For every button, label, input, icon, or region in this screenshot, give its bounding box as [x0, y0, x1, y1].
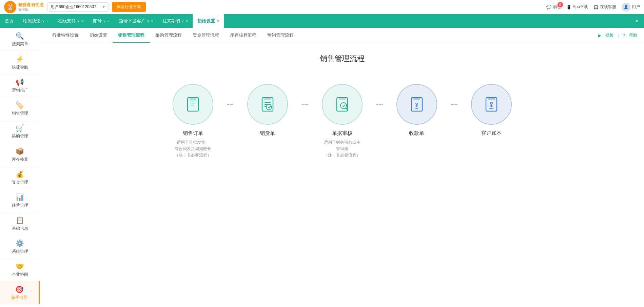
help-label[interactable]: 帮助 [629, 33, 637, 38]
sidebar-item-finance[interactable]: 💰 资金管理 [0, 166, 40, 189]
close-icon[interactable]: × [46, 19, 48, 23]
flow-label-receipt: 收款单 [409, 130, 424, 137]
flow-item-sales-order: 销售订单 适用于分批发货、有合同发货周期较长（注：非必要流程） [166, 84, 220, 159]
nav-tab-payment[interactable]: 在线支付 ∨ × [53, 14, 88, 28]
flow-item-receipt: ¥ 收款单 [390, 84, 444, 139]
nav-tab-invite[interactable]: 邀请下游客户 ∨ × [114, 14, 158, 28]
subtab-purchase-flow-label: 采购管理流程 [155, 32, 182, 38]
message-icon: 💬 [546, 5, 551, 9]
nav-tab-account-label: 账号 [93, 18, 102, 24]
sidebar-item-app-center[interactable]: 📱 应用中心 [0, 304, 40, 307]
svg-rect-12 [339, 98, 346, 100]
svg-line-14 [346, 108, 347, 109]
message-badge: 6 [558, 2, 563, 7]
flow-desc-doc-review: 适用于财务审核或主管审核（注：非必要流程） [324, 139, 360, 159]
nav-tab-home[interactable]: 首页 [0, 14, 18, 28]
user-selector-label: 用户690企业1660120507 [51, 4, 96, 10]
sales-order-icon [184, 96, 202, 113]
nav-tab-period[interactable]: 往来期初 ∨ × [158, 14, 193, 28]
arrow-2: ···→ [295, 84, 315, 108]
quick-icon: ⚡ [16, 55, 24, 63]
sidebar-item-operation-label: 经营管理 [12, 203, 28, 208]
svg-rect-4 [190, 98, 196, 100]
flow-circle-customer-ledger[interactable]: ¥ [471, 84, 512, 125]
receipt-icon: ¥ [408, 96, 426, 113]
subtab-finance-flow-label: 资金管理流程 [193, 32, 219, 38]
subtab-sales-flow[interactable]: 销售管理流程 [113, 28, 150, 43]
subtab-init[interactable]: 初始设置 [84, 28, 113, 43]
nav-tab-account[interactable]: 账号 ∨ × [88, 14, 114, 28]
subtab-purchase-flow[interactable]: 采购管理流程 [150, 28, 187, 43]
sidebar-item-inventory-label: 库存核算 [12, 157, 28, 162]
close-all-tabs-button[interactable]: × [630, 18, 644, 24]
close-icon[interactable]: × [81, 19, 83, 23]
experience-button[interactable]: 体验行业方案 [112, 2, 146, 12]
nav-tab-init-settings-label: 初始设置 [197, 18, 215, 24]
user-avatar-button[interactable]: 👤 用户 [622, 3, 640, 12]
help-icon: ? [623, 33, 625, 38]
page-content: 销售管理流程 销售订单 适用于分批发货、有合同发货周期较长（ [40, 43, 644, 169]
subtab-marketing-flow-label: 营销管理流程 [267, 32, 294, 38]
nav-tab-invite-label: 邀请下游客户 [119, 18, 145, 24]
close-icon[interactable]: × [151, 19, 153, 23]
nav-tab-logistics-label: 物流快递 [23, 18, 41, 24]
chevron-down-icon: ∨ [181, 19, 184, 23]
message-button[interactable]: 💬 消息 6 [546, 4, 561, 10]
sidebar: 🔍 搜索菜单 ⚡ 快捷导航 📢 营销推广 🏷️ 销售管理 🛒 采购管理 📦 库存… [0, 28, 40, 307]
flow-label-customer-ledger: 客户账本 [481, 130, 502, 137]
svg-rect-22 [488, 98, 495, 100]
svg-text:¥: ¥ [415, 102, 418, 108]
svg-line-16 [344, 105, 345, 107]
sidebar-item-newbie[interactable]: 🎯 新手引导 [0, 281, 40, 304]
close-icon[interactable]: × [217, 19, 219, 23]
logo-sub: 标准版 [18, 7, 44, 12]
arrow-1: ···→ [220, 84, 240, 108]
sub-tabs: 行业特性设置 初始设置 销售管理流程 采购管理流程 资金管理流程 库存核算流程 … [40, 28, 644, 43]
sidebar-item-purchase[interactable]: 🛒 采购管理 [0, 120, 40, 143]
sidebar-item-quick[interactable]: ⚡ 快捷导航 [0, 51, 40, 74]
nav-tab-logistics[interactable]: 物流快递 ∨ × [18, 14, 53, 28]
chevron-down-icon: ▼ [102, 5, 105, 9]
app-download-label: App下载 [573, 4, 588, 10]
sidebar-item-enterprise[interactable]: 🤝 企业协同 [0, 258, 40, 281]
sidebar-item-marketing[interactable]: 📢 营销推广 [0, 74, 40, 97]
flow-circle-sales-invoice[interactable] [247, 84, 288, 125]
flow-circle-receipt[interactable]: ¥ [396, 84, 437, 125]
flow-circle-sales-order[interactable] [173, 84, 213, 125]
sales-invoice-icon [259, 96, 276, 113]
flow-label-sales-order: 销售订单 [183, 130, 203, 137]
close-icon[interactable]: × [108, 19, 110, 23]
user-selector[interactable]: 用户690企业1660120507 ▼ [47, 2, 109, 12]
doc-review-icon [333, 96, 351, 113]
logo-area: 🐰 畅捷通·好生意 标准版 [4, 1, 44, 13]
sidebar-item-system-label: 系统管理 [12, 249, 28, 254]
nav-tab-period-label: 往来期初 [162, 18, 180, 24]
nav-tab-init-settings[interactable]: 初始设置 × [193, 14, 224, 28]
sidebar-item-inventory[interactable]: 📦 库存核算 [0, 143, 40, 166]
user-right-label: 用户 [632, 4, 640, 10]
sidebar-item-basic[interactable]: 📋 基础信息 [0, 212, 40, 235]
close-icon[interactable]: × [186, 19, 188, 23]
video-label[interactable]: 视频 [605, 33, 613, 38]
logo-main: 畅捷通·好生意 [18, 2, 44, 7]
online-service-button[interactable]: 🎧 在线客服 [593, 4, 616, 10]
subtab-finance-flow[interactable]: 资金管理流程 [187, 28, 225, 43]
arrow-4: ···→ [444, 84, 464, 108]
system-icon: ⚙️ [16, 239, 24, 247]
svg-point-10 [266, 104, 272, 110]
flow-circle-doc-review[interactable] [322, 84, 363, 125]
subtab-inventory-flow[interactable]: 库存核算流程 [225, 28, 262, 43]
sidebar-item-operation[interactable]: 📊 经营管理 [0, 189, 40, 212]
app-download-button[interactable]: 📱 App下载 [566, 4, 588, 10]
sidebar-item-purchase-label: 采购管理 [12, 134, 28, 139]
subtab-marketing-flow[interactable]: 营销管理流程 [262, 28, 299, 43]
sidebar-item-sales-label: 销售管理 [12, 110, 28, 116]
svg-rect-18 [413, 98, 420, 100]
inventory-icon: 📦 [16, 147, 24, 155]
sidebar-item-sales[interactable]: 🏷️ 销售管理 [0, 97, 40, 120]
subtab-industry[interactable]: 行业特性设置 [47, 28, 84, 43]
sidebar-item-system[interactable]: ⚙️ 系统管理 [0, 235, 40, 258]
logo-text: 畅捷通·好生意 标准版 [18, 2, 44, 11]
purchase-icon: 🛒 [16, 124, 24, 132]
sidebar-item-search[interactable]: 🔍 搜索菜单 [0, 28, 40, 51]
